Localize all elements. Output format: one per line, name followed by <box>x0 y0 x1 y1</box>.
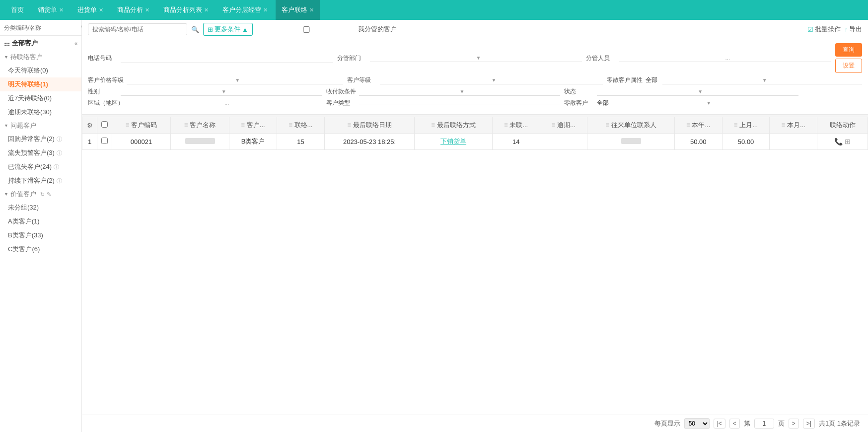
row-last-method[interactable]: 下销货单 <box>415 134 492 150</box>
nav-close-customer-tiering[interactable]: ✕ <box>263 7 268 13</box>
retail-customer-caret-icon: ▼ <box>706 100 796 106</box>
sidebar-all-customers[interactable]: ⚏ 全部客户 « <box>0 36 81 51</box>
filter-bar: 🔍 ⊞ 更多条件 ▲ 我分管的客户 ☑ 批量操作 ↑ 导出 <box>82 20 868 39</box>
row-name <box>171 134 229 150</box>
set-btn[interactable]: 设置 <box>835 59 862 73</box>
last-page-btn[interactable]: >| <box>803 419 815 429</box>
sidebar-search-input[interactable] <box>4 24 78 31</box>
edit-icon[interactable]: ✎ <box>47 191 51 198</box>
per-page-select[interactable]: 50 100 200 <box>684 418 710 429</box>
per-page-label: 每页显示 <box>654 419 680 428</box>
more-conditions-btn[interactable]: ⊞ 更多条件 ▲ <box>203 23 253 36</box>
query-btn[interactable]: 查询 <box>835 43 862 57</box>
status-label: 状态 <box>564 87 594 96</box>
nav-sales-order[interactable]: 销货单 ✕ <box>32 0 70 20</box>
nav-close-product-analysis-list[interactable]: ✕ <box>204 7 209 13</box>
main-search-icon[interactable]: 🔍 <box>191 26 199 33</box>
sidebar-class-a[interactable]: A类客户(1) <box>0 215 81 228</box>
person-group: 分管人员 … <box>586 54 831 63</box>
nav-close-purchase-order[interactable]: ✕ <box>99 7 103 13</box>
page-input[interactable] <box>754 419 774 429</box>
sidebar-value-header[interactable]: ▼ 价值客户 ↻ ✎ <box>0 188 81 201</box>
next-page-btn[interactable]: > <box>789 419 799 429</box>
page-suffix: 页 <box>778 419 785 428</box>
query-set-buttons: 查询 设置 <box>835 43 862 73</box>
sidebar-ungrouped[interactable]: 未分组(32) <box>0 201 81 215</box>
sidebar-class-b[interactable]: B类客户(33) <box>0 228 81 242</box>
sidebar: 🔍 ⚏ 全部客户 « ▼ 待联络客户 今天待联络(0) 明天待联络(1) 近7天… <box>0 20 82 432</box>
row-select-checkbox[interactable] <box>101 138 108 144</box>
nav-close-customer-contact[interactable]: ✕ <box>309 7 314 13</box>
sidebar-search-area: 🔍 <box>0 20 81 36</box>
last-method-link[interactable]: 下销货单 <box>440 138 466 145</box>
sidebar-lost[interactable]: 已流失客户(24) ⓘ <box>0 160 81 174</box>
sidebar-continuous-decline[interactable]: 持续下滑客户(2) ⓘ <box>0 174 81 188</box>
page-label: 第 <box>744 419 750 428</box>
col-last-date: ≡ 最后联络日期 <box>324 117 415 134</box>
phone-action-icon[interactable]: 📞 <box>834 138 843 145</box>
sidebar-today-contact[interactable]: 今天待联络(0) <box>0 64 81 77</box>
payment-group: 收付款条件 ▼ <box>326 87 561 96</box>
my-customers-checkbox[interactable] <box>257 26 356 33</box>
total-records: 共1页 1条记录 <box>819 419 860 428</box>
nav-purchase-order[interactable]: 进货单 ✕ <box>72 0 109 20</box>
row-this-month <box>770 134 817 150</box>
row-last-date: 2023-05-23 18:25: <box>324 134 415 150</box>
export-btn[interactable]: ↑ 导出 <box>845 25 863 34</box>
row-actions: 📞 ⊞ <box>821 138 864 145</box>
select-all-checkbox[interactable] <box>101 121 108 128</box>
main-layout: 🔍 ⚏ 全部客户 « ▼ 待联络客户 今天待联络(0) 明天待联络(1) 近7天… <box>0 20 868 432</box>
nav-customer-tiering[interactable]: 客户分层经营 ✕ <box>217 0 274 20</box>
person-caret-icon: … <box>725 55 829 61</box>
export-icon: ↑ <box>845 26 848 33</box>
dept-caret-icon: ▼ <box>476 55 580 61</box>
info-icon4: ⓘ <box>57 177 62 185</box>
phone-label: 电话号码 <box>88 54 118 63</box>
sidebar-class-c[interactable]: C类客户(6) <box>0 242 81 256</box>
price-level-group: 客户价格等级 ▼ <box>88 76 343 84</box>
content-area: 🔍 ⊞ 更多条件 ▲ 我分管的客户 ☑ 批量操作 ↑ 导出 <box>82 20 868 432</box>
table-row: 1 000021 B类客户 15 2023-05-23 18:25: 下销货单 … <box>82 134 868 150</box>
batch-operation-btn[interactable]: ☑ 批量操作 <box>807 25 841 34</box>
first-page-btn[interactable]: |< <box>714 419 725 429</box>
sidebar-tomorrow-contact[interactable]: 明天待联络(1) <box>0 77 81 91</box>
nav-product-analysis-list[interactable]: 商品分析列表 ✕ <box>157 0 215 20</box>
nav-product-analysis[interactable]: 商品分析 ✕ <box>111 0 155 20</box>
sidebar-abnormal[interactable]: 回购异常客户(2) ⓘ <box>0 132 81 146</box>
nav-close-product-analysis[interactable]: ✕ <box>145 7 149 13</box>
advanced-filters: 电话号码 分管部门 ▼ 分管人员 … <box>82 39 868 115</box>
table-header-row: ⚙ ≡ 客户编码 ≡ 客户名称 ≡ 客户... ≡ 联络... ≡ 最后联络日期… <box>82 117 868 134</box>
prev-page-btn[interactable]: < <box>729 419 740 429</box>
status-caret-icon: ▼ <box>698 89 796 94</box>
sidebar-near7-contact[interactable]: 近7天待联络(0) <box>0 91 81 105</box>
main-search-input[interactable] <box>88 23 187 35</box>
my-customers-checkbox-label[interactable]: 我分管的客户 <box>257 25 397 34</box>
more-action-icon[interactable]: ⊞ <box>845 138 851 145</box>
payment-caret-icon: ▼ <box>460 89 559 94</box>
col-contact-person: ≡ 往来单位联系人 <box>587 117 675 134</box>
person-label: 分管人员 <box>586 54 616 63</box>
collapse-icon[interactable]: « <box>74 40 77 46</box>
row-checkbox[interactable] <box>97 134 112 150</box>
checkbox-icon: ☑ <box>807 26 813 33</box>
customer-type-group: 客户类型 <box>326 99 561 107</box>
refresh-icon[interactable]: ↻ <box>40 191 45 198</box>
nav-home[interactable]: 首页 <box>5 0 30 20</box>
nav-customer-contact[interactable]: 客户联络 ✕ <box>276 0 320 20</box>
sidebar-overdue-contact[interactable]: 逾期未联络(30) <box>0 105 81 119</box>
customer-level-label: 客户等级 <box>347 76 377 84</box>
col-settings[interactable]: ⚙ <box>82 117 97 134</box>
region-label: 区域（地区） <box>88 99 124 107</box>
sidebar-problem-header[interactable]: ▼ 问题客户 <box>0 119 81 132</box>
sidebar-pending-header[interactable]: ▼ 待联络客户 <box>0 51 81 64</box>
chevron-up-icon: ▲ <box>242 26 248 33</box>
row-code: 000021 <box>112 134 171 150</box>
nav-close-sales-order[interactable]: ✕ <box>59 7 64 13</box>
col-uncontacted: ≡ 未联... <box>492 117 540 134</box>
sidebar-losing[interactable]: 流失预警客户(3) ⓘ <box>0 146 81 160</box>
phone-input[interactable] <box>123 55 331 62</box>
col-checkbox[interactable] <box>97 117 112 134</box>
data-table-wrap: ⚙ ≡ 客户编码 ≡ 客户名称 ≡ 客户... ≡ 联络... ≡ 最后联络日期… <box>82 117 868 415</box>
col-overdue: ≡ 逾期... <box>540 117 587 134</box>
dept-label: 分管部门 <box>337 54 367 63</box>
